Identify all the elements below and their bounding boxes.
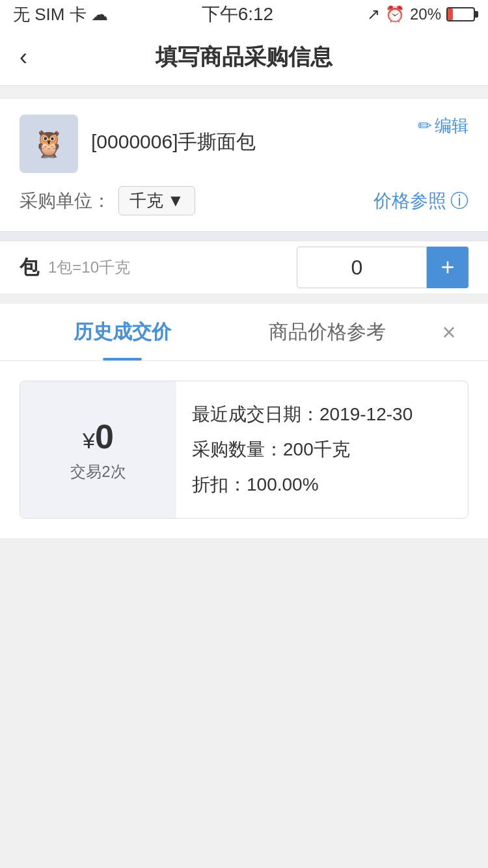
price-value: 0	[95, 418, 114, 455]
trade-count: 交易2次	[70, 461, 126, 482]
price-ref-label: 价格参照	[373, 189, 446, 213]
battery-percent: 20%	[410, 5, 441, 23]
bag-icon: 包	[20, 254, 39, 281]
tab-history-price[interactable]: 历史成交价	[20, 304, 224, 360]
back-button[interactable]: ‹	[20, 44, 27, 71]
purchase-unit-left: 采购单位： 千克 ▼	[20, 186, 195, 215]
battery-fill	[448, 8, 453, 20]
quantity-plus-button[interactable]: +	[427, 247, 468, 288]
quantity-line: 采购数量：200千克	[192, 436, 452, 463]
product-thumb-icon: 🦉	[33, 129, 65, 159]
unit-selector[interactable]: 千克 ▼	[118, 186, 195, 215]
discount-value: 100.00%	[247, 474, 319, 495]
product-name: [0000006]手撕面包	[91, 129, 256, 156]
discount-line: 折扣：100.00%	[192, 471, 452, 498]
product-card: 🦉 [0000006]手撕面包 ✏ 编辑 采购单位： 千克 ▼ 价格参照 ⓘ	[0, 99, 488, 231]
location-icon: ↗	[367, 5, 380, 23]
quantity-controls: +	[297, 247, 468, 288]
edit-button[interactable]: ✏ 编辑	[418, 115, 468, 137]
edit-icon: ✏	[418, 116, 432, 136]
product-header: 🦉 [0000006]手撕面包 ✏ 编辑	[20, 115, 468, 173]
battery-icon	[446, 7, 475, 21]
recent-date-label: 最近成交日期：	[192, 404, 319, 424]
status-time: 下午6:12	[202, 2, 274, 27]
dropdown-icon: ▼	[167, 191, 184, 211]
history-price-panel: ¥0 交易2次	[20, 381, 176, 518]
unit-value: 千克	[129, 189, 163, 212]
tab-section: 历史成交价 商品价格参考 × ¥0 交易2次 最近成交日期：2019-12-30…	[0, 304, 488, 538]
quantity-input[interactable]	[297, 247, 427, 288]
history-price: ¥0	[83, 417, 114, 456]
price-ref-button[interactable]: 价格参照 ⓘ	[373, 189, 468, 213]
quantity-label: 包 1包=10千克	[20, 254, 130, 281]
help-icon: ⓘ	[450, 189, 468, 213]
status-bar: 无 SIM 卡 ☁ 下午6:12 ↗ ⏰ 20%	[0, 0, 488, 29]
quantity-row: 包 1包=10千克 +	[0, 241, 488, 293]
quantity-detail-label: 采购数量：	[192, 439, 283, 459]
page-title: 填写商品采购信息	[156, 42, 332, 72]
purchase-unit-row: 采购单位： 千克 ▼ 价格参照 ⓘ	[20, 186, 468, 215]
history-card: ¥0 交易2次 最近成交日期：2019-12-30 采购数量：200千克 折扣：…	[20, 381, 468, 519]
status-right: ↗ ⏰ 20%	[367, 5, 475, 23]
tab-close-button[interactable]: ×	[429, 313, 468, 352]
bag-hint: 1包=10千克	[48, 257, 130, 278]
history-details: 最近成交日期：2019-12-30 采购数量：200千克 折扣：100.00%	[176, 381, 468, 518]
product-left: 🦉 [0000006]手撕面包	[20, 115, 256, 173]
product-info: [0000006]手撕面包	[91, 129, 256, 159]
recent-date-line: 最近成交日期：2019-12-30	[192, 401, 452, 428]
main-content	[0, 538, 488, 868]
history-content: ¥0 交易2次 最近成交日期：2019-12-30 采购数量：200千克 折扣：…	[0, 361, 488, 538]
currency-symbol: ¥	[83, 428, 95, 453]
sim-label: 无 SIM 卡 ☁	[13, 3, 108, 26]
tab-bar: 历史成交价 商品价格参考 ×	[0, 304, 488, 361]
status-left: 无 SIM 卡 ☁	[13, 3, 108, 26]
edit-label: 编辑	[435, 115, 468, 137]
quantity-detail-value: 200千克	[283, 439, 350, 459]
product-thumbnail: 🦉	[20, 115, 78, 173]
divider	[0, 231, 488, 241]
recent-date-value: 2019-12-30	[319, 404, 413, 424]
nav-bar: ‹ 填写商品采购信息	[0, 29, 488, 86]
unit-label: 采购单位：	[20, 189, 111, 213]
tab-product-price-ref[interactable]: 商品价格参考	[224, 304, 429, 360]
discount-label: 折扣：	[192, 474, 247, 495]
alarm-icon: ⏰	[385, 5, 405, 23]
